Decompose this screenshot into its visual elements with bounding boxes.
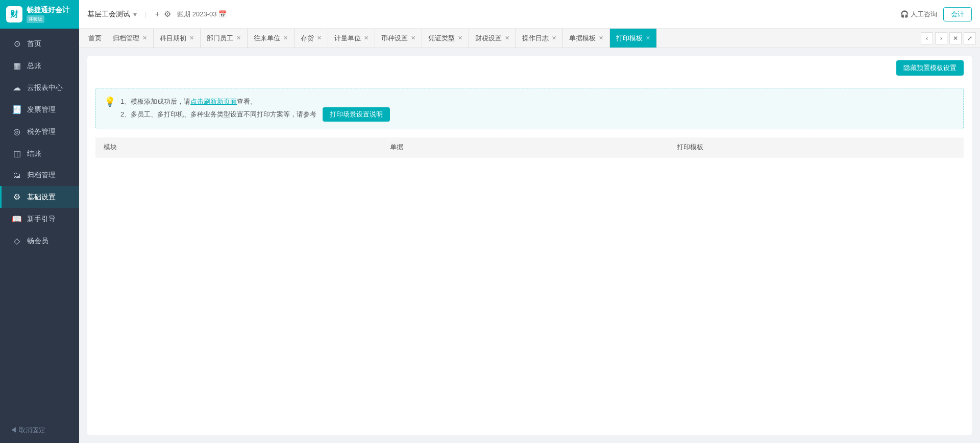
tab-expand[interactable]: ⤢ [964, 32, 976, 44]
main-area: 基层工会测试 ▾ | + ⚙ 账期 2023-03 📅 🎧 人工咨询 会计 首页… [79, 0, 980, 443]
sidebar-item-member[interactable]: ◇ 畅会员 [0, 230, 79, 252]
tab-print-template-label: 打印模板 [616, 34, 643, 43]
tab-archive-close[interactable]: ✕ [142, 35, 147, 41]
info-banner: 💡 1、模板添加成功后，请点击刷新新页面查看。 2、多员工、多打印机、多种业务类… [95, 88, 964, 129]
tab-tax-settings-label: 财税设置 [475, 34, 502, 43]
table-header: 模块 单据 打印模板 [95, 137, 964, 157]
tab-units[interactable]: 计量单位 ✕ [328, 29, 375, 48]
tab-currency-label: 币种设置 [381, 34, 408, 43]
reports-icon: ☁ [12, 83, 22, 92]
sidebar-item-tax[interactable]: ◎ 税务管理 [0, 121, 79, 143]
tab-inventory[interactable]: 存货 ✕ [295, 29, 328, 48]
sidebar-unpin-button[interactable]: ◀ 取消固定 [0, 417, 79, 443]
sidebar-item-settings[interactable]: ⚙ 基础设置 [0, 186, 79, 208]
help-button[interactable]: 🎧 人工咨询 [900, 10, 937, 19]
app-logo: 财 畅捷通好会计 体验版 [0, 0, 79, 29]
period-value: 2023-03 [192, 10, 217, 18]
sidebar-nav: ⊙ 首页 ▦ 总账 ☁ 云报表中心 🧾 发票管理 ◎ 税务管理 ◫ 结账 🗂 归… [0, 29, 79, 417]
home-icon: ⊙ [12, 39, 22, 49]
tab-close-all[interactable]: ✕ [949, 32, 962, 44]
tab-contacts-label: 往来单位 [254, 34, 280, 43]
sidebar-item-reports[interactable]: ☁ 云报表中心 [0, 77, 79, 99]
tax-icon: ◎ [12, 127, 22, 136]
sidebar-label-archive: 归档管理 [27, 171, 56, 180]
invoice-icon: 🧾 [12, 105, 22, 114]
col-module: 模块 [95, 137, 382, 157]
info-line1-prefix: 1、模板添加成功后，请 [120, 98, 190, 105]
tabbar: 首页 归档管理 ✕ 科目期初 ✕ 部门员工 ✕ 往来单位 ✕ 存货 ✕ 计量单位… [79, 29, 980, 48]
logo-text-block: 畅捷通好会计 体验版 [27, 6, 69, 23]
content-area: 隐藏预置模板设置 💡 1、模板添加成功后，请点击刷新新页面查看。 2、多员工、多… [79, 48, 980, 443]
tab-departments[interactable]: 部门员工 ✕ [201, 29, 248, 48]
tab-home[interactable]: 首页 [83, 29, 107, 48]
company-settings-icon[interactable]: ⚙ [164, 9, 171, 19]
tab-operation-log-close[interactable]: ✕ [552, 35, 556, 41]
tab-inventory-close[interactable]: ✕ [317, 35, 322, 41]
sidebar-item-invoice[interactable]: 🧾 发票管理 [0, 99, 79, 121]
settings-icon: ⚙ [12, 192, 22, 202]
tab-contacts[interactable]: 往来单位 ✕ [248, 29, 295, 48]
unpin-label: ◀ 取消固定 [10, 426, 45, 435]
sidebar-label-guide: 新手引导 [27, 215, 56, 224]
add-company-icon[interactable]: + [155, 10, 159, 19]
sidebar-item-guide[interactable]: 📖 新手引导 [0, 208, 79, 230]
help-label: 人工咨询 [911, 10, 937, 19]
tab-subjects[interactable]: 科目期初 ✕ [154, 29, 201, 48]
tab-archive[interactable]: 归档管理 ✕ [107, 29, 154, 48]
tab-voucher-close[interactable]: ✕ [458, 35, 462, 41]
info-line1-suffix: 查看。 [237, 98, 257, 105]
tab-voucher[interactable]: 凭证类型 ✕ [422, 29, 469, 48]
tab-tax-settings-close[interactable]: ✕ [505, 35, 509, 41]
table-header-row: 模块 单据 打印模板 [95, 137, 964, 157]
tab-contacts-close[interactable]: ✕ [283, 35, 288, 41]
company-dropdown-icon: ▾ [133, 10, 137, 18]
sidebar-item-close[interactable]: ◫ 结账 [0, 143, 79, 165]
tab-print-template[interactable]: 打印模板 ✕ [610, 29, 657, 48]
tab-single-template-label: 单据模板 [569, 34, 596, 43]
accounting-button[interactable]: 会计 [943, 7, 972, 21]
hide-template-button[interactable]: 隐藏预置模板设置 [896, 60, 964, 76]
tab-single-template[interactable]: 单据模板 ✕ [563, 29, 610, 48]
sidebar-item-archive[interactable]: 🗂 归档管理 [0, 165, 79, 186]
tab-inventory-label: 存货 [301, 34, 314, 43]
sidebar-label-home: 首页 [27, 39, 41, 49]
headset-icon: 🎧 [900, 10, 909, 18]
sidebar-label-member: 畅会员 [27, 237, 48, 246]
sidebar-item-home[interactable]: ⊙ 首页 [0, 33, 79, 55]
tab-archive-label: 归档管理 [113, 34, 139, 43]
topbar-divider1: | [145, 10, 146, 18]
calendar-icon[interactable]: 📅 [218, 10, 227, 18]
sidebar-item-ledger[interactable]: ▦ 总账 [0, 55, 79, 77]
tab-currency[interactable]: 币种设置 ✕ [375, 29, 422, 48]
tab-nav-prev[interactable]: ‹ [921, 32, 933, 44]
tab-nav-next[interactable]: › [935, 32, 947, 44]
col-print-template: 打印模板 [669, 137, 964, 157]
sidebar: 财 畅捷通好会计 体验版 ⊙ 首页 ▦ 总账 ☁ 云报表中心 🧾 发票管理 ◎ … [0, 0, 79, 443]
tab-departments-label: 部门员工 [207, 34, 233, 43]
table-wrapper: 模块 单据 打印模板 [95, 137, 964, 157]
sidebar-label-invoice: 发票管理 [27, 105, 56, 114]
tabbar-nav: ‹ › ✕ ⤢ [921, 32, 976, 44]
company-selector[interactable]: 基层工会测试 ▾ [87, 10, 137, 19]
tab-departments-close[interactable]: ✕ [236, 35, 241, 41]
explain-button[interactable]: 打印场景设置说明 [323, 107, 390, 122]
tab-operation-log[interactable]: 操作日志 ✕ [516, 29, 563, 48]
tab-units-close[interactable]: ✕ [364, 35, 369, 41]
col-document: 单据 [382, 137, 668, 157]
tab-operation-log-label: 操作日志 [522, 34, 549, 43]
app-badge: 体验版 [27, 15, 44, 23]
member-icon: ◇ [12, 236, 22, 246]
tab-tax-settings[interactable]: 财税设置 ✕ [469, 29, 516, 48]
content-inner: 隐藏预置模板设置 💡 1、模板添加成功后，请点击刷新新页面查看。 2、多员工、多… [87, 56, 972, 435]
tab-single-template-close[interactable]: ✕ [599, 35, 603, 41]
print-template-table: 模块 单据 打印模板 [95, 137, 964, 157]
topbar: 基层工会测试 ▾ | + ⚙ 账期 2023-03 📅 🎧 人工咨询 会计 [79, 0, 980, 29]
sidebar-label-close: 结账 [27, 149, 41, 158]
ledger-icon: ▦ [12, 61, 22, 71]
tab-print-template-close[interactable]: ✕ [646, 35, 650, 41]
refresh-link[interactable]: 点击刷新新页面 [190, 98, 237, 105]
tab-subjects-close[interactable]: ✕ [189, 35, 194, 41]
tab-voucher-label: 凭证类型 [428, 34, 455, 43]
topbar-right: 🎧 人工咨询 会计 [900, 7, 972, 21]
tab-currency-close[interactable]: ✕ [411, 35, 415, 41]
